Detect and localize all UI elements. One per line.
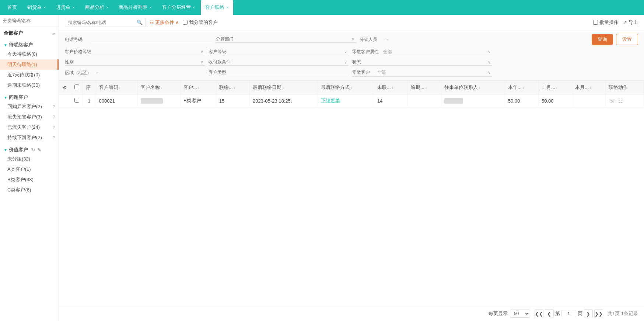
batch-ops-btn[interactable]: 批量操作 <box>593 19 619 26</box>
call-icon[interactable]: ☏ <box>609 98 615 104</box>
sidebar-item-7days[interactable]: 近7天待联络(0) <box>0 70 59 80</box>
th-gear[interactable]: ⚙ <box>59 81 71 94</box>
row-last-contact-method: 下销货单 <box>318 94 374 107</box>
close-customer-tiering-tab[interactable]: × <box>193 5 195 10</box>
manager-dots[interactable]: ··· <box>384 37 388 42</box>
main-search-icon[interactable]: 🔍 <box>137 20 143 25</box>
th-type[interactable]: 客户...↕ <box>180 81 216 94</box>
close-customer-contact-tab[interactable]: × <box>226 5 228 10</box>
filter-icon: ☷ <box>150 20 154 25</box>
th-overdue[interactable]: 逾期...↕ <box>408 81 441 94</box>
my-customers-checkbox-label[interactable]: 我分管的客户 <box>183 19 218 26</box>
refresh-icon[interactable]: ↻ <box>31 147 35 153</box>
status-chevron-down-icon: ∨ <box>488 60 491 65</box>
row-overdue <box>408 94 441 107</box>
th-last-contact-method[interactable]: 最后联络方式↕ <box>318 81 374 94</box>
export-btn[interactable]: ↗ 导出 <box>623 19 638 26</box>
payment-chevron-down-icon: ∨ <box>344 60 347 65</box>
row-no-contact: 14 <box>374 94 407 107</box>
sidebar-category-value[interactable]: ▼ 价值客户 ↻ ✎ <box>0 145 59 154</box>
sidebar-item-overdue[interactable]: 逾期未联络(30) <box>0 80 59 90</box>
retail-attr-select[interactable]: 全部 ∨ <box>382 48 492 56</box>
page-size-select[interactable]: 10 20 50 100 <box>510 310 530 318</box>
close-purchase-tab[interactable]: × <box>72 5 74 10</box>
sidebar-item-tomorrow[interactable]: 明天待联络(1) <box>0 59 59 70</box>
nav-customer-tiering[interactable]: 客户分层经营 × <box>158 0 199 15</box>
th-contact[interactable]: 联络...↕ <box>216 81 249 94</box>
close-product-analysis-list-tab[interactable]: × <box>149 5 151 10</box>
set-btn[interactable]: 设置 <box>616 34 638 45</box>
nav-product-analysis[interactable]: 商品分析 × <box>81 0 113 15</box>
sidebar-item-churn-warning[interactable]: 流失预警客户(3) ? <box>0 112 59 122</box>
edit-icon[interactable]: ✎ <box>37 147 41 153</box>
next-page-btn[interactable]: ❯ <box>584 309 593 318</box>
sidebar-search-input[interactable] <box>3 18 58 23</box>
last-page-btn[interactable]: ❯❯ <box>594 309 603 318</box>
th-contact-person[interactable]: 往来单位联系人↕ <box>441 81 505 94</box>
filter-panel: 电话号码 分管部门 ∨ 分管人员 ··· 查询 设置 <box>59 30 644 81</box>
sidebar-item-repurchase-abnormal[interactable]: 回购异常客户(2) ? <box>0 101 59 112</box>
payment-select[interactable]: ∨ <box>234 59 349 65</box>
toolbar-right: 批量操作 ↗ 导出 <box>593 19 638 26</box>
close-sales-tab[interactable]: × <box>43 5 46 10</box>
th-last-contact-date[interactable]: 最后联络日期↕ <box>250 81 318 94</box>
customer-level-select[interactable]: ∨ <box>232 49 349 55</box>
export-icon: ↗ <box>623 20 627 25</box>
th-this-year[interactable]: 本年...↕ <box>505 81 538 94</box>
select-all-checkbox[interactable] <box>74 84 79 89</box>
sidebar-item-class-c[interactable]: C类客户(6) <box>0 185 59 195</box>
nav-purchase[interactable]: 进货单 × <box>52 0 79 15</box>
sidebar-item-churned[interactable]: 已流失客户(24) ? <box>0 122 59 132</box>
phone-input[interactable] <box>90 36 212 43</box>
th-seq: 序 <box>83 81 96 94</box>
row-last-month: 50.00 <box>539 94 572 107</box>
more-conditions-btn[interactable]: ☷ 更多条件 ∧ <box>150 19 179 26</box>
page-number-input[interactable] <box>561 310 576 317</box>
batch-checkbox[interactable] <box>593 20 598 25</box>
query-btn[interactable]: 查询 <box>592 34 613 45</box>
status-select[interactable]: ∨ <box>377 59 492 65</box>
th-no-contact[interactable]: 未联...↕ <box>374 81 407 94</box>
my-customers-checkbox[interactable] <box>183 20 188 25</box>
sidebar-item-today[interactable]: 今天待联络(0) <box>0 49 59 59</box>
filter-dept: 分管部门 ∨ <box>216 36 356 43</box>
row-select-checkbox[interactable] <box>74 98 79 103</box>
first-page-btn[interactable]: ❮❮ <box>535 309 543 318</box>
nav-customer-contact[interactable]: 客户联络 × <box>201 0 233 15</box>
help-icon-3: ? <box>53 125 55 130</box>
sidebar-item-class-a[interactable]: A类客户(1) <box>0 164 59 175</box>
th-name[interactable]: 客户名称↕ <box>138 81 180 94</box>
row-contact: 15 <box>216 94 249 107</box>
all-customers-title: 全部客户 » <box>0 27 59 38</box>
dept-select[interactable]: ∨ <box>239 36 356 42</box>
th-this-month[interactable]: 本月...↕ <box>572 81 606 94</box>
sidebar-item-declining[interactable]: 持续下滑客户(2) ? <box>0 132 59 143</box>
main-search-input[interactable] <box>68 20 137 25</box>
sidebar-category-problem[interactable]: ▼ 问题客户 <box>0 93 59 101</box>
retail-customer-chevron-down-icon: ∨ <box>488 70 491 75</box>
th-code[interactable]: 客户编码↕ <box>96 81 138 94</box>
sidebar-item-unclassified[interactable]: 未分组(32) <box>0 154 59 164</box>
content-area: 🔍 ☷ 更多条件 ∧ 我分管的客户 批量操作 ↗ 导出 <box>59 15 644 321</box>
prev-page-btn[interactable]: ❮ <box>545 309 554 318</box>
filter-customer-level: 客户等级 ∨ <box>209 49 349 55</box>
last-contact-link[interactable]: 下销货单 <box>321 98 340 103</box>
close-product-analysis-tab[interactable]: × <box>106 5 108 10</box>
sidebar-category-pending[interactable]: ▼ 待联络客户 <box>0 40 59 49</box>
customer-type-select[interactable] <box>232 72 349 73</box>
collapse-icon[interactable]: » <box>52 31 55 36</box>
gender-select[interactable]: ∨ <box>90 59 205 65</box>
chevron-up-icon: ∧ <box>175 20 179 25</box>
row-actions: ☏ ☷ <box>606 94 644 107</box>
nav-product-analysis-list[interactable]: 商品分析列表 × <box>114 0 156 15</box>
area-dots[interactable]: ··· <box>96 70 99 75</box>
nav-sales[interactable]: 销货单 × <box>23 0 50 15</box>
retail-customer-select[interactable]: 全部 ∨ <box>375 69 492 76</box>
nav-home[interactable]: 首页 <box>3 0 21 15</box>
th-checkbox <box>71 81 83 94</box>
th-last-month[interactable]: 上月...↕ <box>539 81 572 94</box>
sidebar-item-class-b[interactable]: B类客户(33) <box>0 175 59 185</box>
row-this-year: 50.00 <box>505 94 538 107</box>
grid-icon[interactable]: ☷ <box>618 98 623 104</box>
value-level-select[interactable]: ∨ <box>94 49 205 55</box>
